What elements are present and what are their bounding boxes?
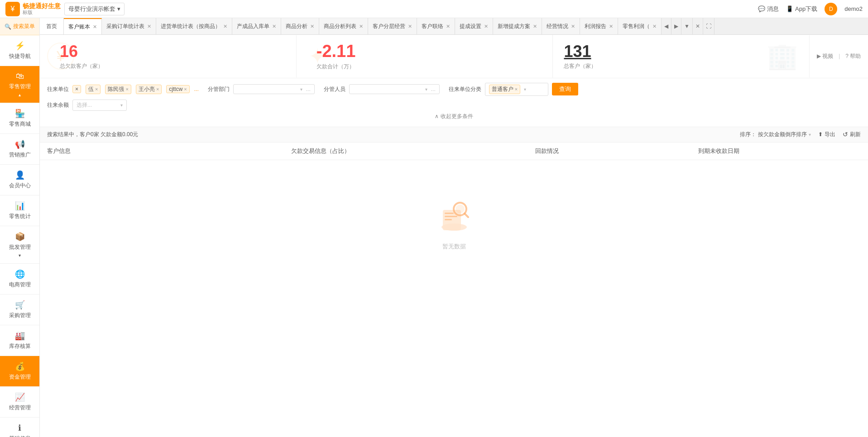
sidebar-item-retail-stats[interactable]: 📊 零售统计 [0,195,39,226]
empty-state: 暂无数据 [40,160,868,287]
main-content: 首页 客户账本 ✕ 采购订单统计表 ✕ 进货单统计表（按商品） ✕ 产成品入库单… [40,18,868,437]
filter-tag-cj: cjttcw × [166,85,189,93]
export-btn[interactable]: ⬆ 导出 [818,131,835,138]
export-icon: ⬆ [818,131,823,138]
sidebar-item-ecommerce[interactable]: 🌐 电商管理 [0,264,39,294]
tab-close-2[interactable]: ✕ [147,24,151,29]
capital-icon: 💰 [15,361,25,371]
tab-retail-profit[interactable]: 零售利润（ ✕ [618,18,662,34]
tab-menu-btn[interactable]: ▼ [681,18,693,34]
tab-operations[interactable]: 经营情况 ✕ [542,18,580,34]
tab-close-7[interactable]: ✕ [408,24,412,29]
tab-production-inbound[interactable]: 产成品入库单 ✕ [232,18,281,34]
remove-customer-type[interactable]: × [515,86,518,92]
sidebar-search[interactable]: 🔍 搜索菜单 [0,18,39,35]
person-select[interactable]: ▾ ... [349,84,440,94]
page-content: ¥ 16 总欠款客户（家） ✦ -2.11 欠款合计（万） 🏢 [40,35,868,437]
tab-goods-analysis[interactable]: 商品分析 ✕ [281,18,319,34]
data-table: 客户信息 欠款交易信息（占比） 回款情况 到期未收款日期 [40,142,868,341]
tab-raise-settings[interactable]: 提成设置 ✕ [455,18,493,34]
sidebar-item-inventory[interactable]: 🏭 库存核算 [0,325,39,356]
logo-text: 畅捷通好生意 标版 [23,2,61,16]
table-header: 客户信息 欠款交易信息（占比） 回款情况 到期未收款日期 [40,142,868,160]
chevron-down-icon: ▾ [117,5,120,12]
tab-next-btn[interactable]: ▶ [671,18,681,34]
tab-goods-analysis-list[interactable]: 商品分析列表 ✕ [319,18,368,34]
tab-prev-btn[interactable]: ◀ [662,18,671,34]
tab-home[interactable]: 首页 [40,18,64,34]
tab-purchase-order-stat[interactable]: 采购订单统计表 ✕ [102,18,156,34]
sidebar-item-retail-mgmt[interactable]: 🛍 零售管理 ▴ [0,66,39,103]
sidebar-item-quick-nav[interactable]: ⚡ 快捷导航 [0,35,39,66]
tab-close-customer-capital[interactable]: ✕ [93,24,97,30]
svg-line-7 [465,214,468,217]
tab-close-3[interactable]: ✕ [223,24,227,29]
tab-close-all-btn[interactable]: ✕ [693,18,703,34]
tab-new-raise-plan[interactable]: 新增提成方案 ✕ [493,18,542,34]
sidebar: 🔍 搜索菜单 ⚡ 快捷导航 🛍 零售管理 ▴ 🏪 零售商城 📢 营销推广 👤 会… [0,18,40,437]
remove-tag-chen[interactable]: × [125,86,128,92]
remove-tag-cj[interactable]: × [184,86,187,92]
stat-block-3: 🏢 131 总客户（家） [553,35,810,77]
expand-icon2: ▾ [19,253,21,258]
basic-info-icon: ℹ [18,423,21,433]
search-icon: 🔍 [5,24,11,30]
filter-area: 往来单位 × 伍 × 陈民强 × 王小亮 × [40,78,868,127]
help-icon: ? [845,53,849,59]
unit-type-select[interactable]: 普通客户 × ▾ [485,83,548,96]
tab-close-6[interactable]: ✕ [359,24,363,29]
tab-maximize-btn[interactable]: ⛶ [703,18,715,34]
remaining-select[interactable]: 选择... ▾ [72,100,127,111]
collapse-icon: ∧ [435,113,439,119]
tab-close-4[interactable]: ✕ [272,24,276,29]
sidebar-item-retail-mall[interactable]: 🏪 零售商城 [0,103,39,134]
refresh-icon: ↺ [843,131,848,138]
tab-inbound-stat[interactable]: 进货单统计表（按商品） ✕ [156,18,232,34]
remove-tag-wang[interactable]: × [156,86,159,92]
tab-close-9[interactable]: ✕ [484,24,488,29]
sidebar-item-basic-info[interactable]: ℹ 基础信息 [0,418,39,437]
sidebar-item-purchase[interactable]: 🛒 采购管理 [0,294,39,325]
result-bar-right: 排序： 按欠款金额倒序排序 ▾ ⬆ 导出 ↺ 刷新 [740,131,861,138]
top-bar-right: 💬 消息 📱 App下载 D demo2 [758,3,863,15]
sidebar-item-operations-mgmt[interactable]: 📈 经营管理 [0,387,39,418]
top-bar-left: ¥ 畅捷通好生意 标版 母婴行业演示帐套 ▾ [5,2,125,16]
help-btn[interactable]: ? 帮助 [845,52,861,60]
tab-close-5[interactable]: ✕ [310,24,314,29]
dept-select[interactable]: ▾ ... [233,84,315,94]
tab-close-8[interactable]: ✕ [446,24,450,29]
remaining-label: 往来余额 [47,101,69,109]
sidebar-item-marketing[interactable]: 📢 营销推广 [0,134,39,165]
tab-close-10[interactable]: ✕ [533,24,537,29]
marketing-icon: 📢 [15,139,25,149]
svg-rect-4 [445,219,452,220]
sidebar-item-capital[interactable]: 💰 资金管理 [0,356,39,387]
tab-customer-capital[interactable]: 客户账本 ✕ [64,18,102,34]
tab-close-13[interactable]: ✕ [652,24,657,29]
tab-profit-report[interactable]: 利润报告 ✕ [580,18,618,34]
avatar[interactable]: D [825,3,837,15]
message-btn[interactable]: 💬 消息 [758,5,779,13]
refresh-btn[interactable]: ↺ 刷新 [843,131,861,138]
stat-block-2: ✦ -2.11 欠款合计（万） [297,35,553,78]
sidebar-item-batch-mgmt[interactable]: 📦 批发管理 ▾ [0,226,39,264]
collapse-btn[interactable]: ∧ 收起更多条件 [435,113,473,120]
inventory-icon: 🏭 [15,331,25,341]
filter-more-btn[interactable]: ... [194,86,199,92]
tab-customer-segment[interactable]: 客户分层经营 ✕ [368,18,417,34]
tab-close-12[interactable]: ✕ [609,24,613,29]
video-btn[interactable]: ▶ 视频 [817,52,833,60]
stat-num-3: 131 [564,43,596,61]
tab-close-11[interactable]: ✕ [571,24,575,29]
ecommerce-icon: 🌐 [15,269,25,279]
sort-select[interactable]: 排序： 按欠款金额倒序排序 ▾ [740,131,811,138]
tab-customer-contact[interactable]: 客户联络 ✕ [417,18,455,34]
company-dropdown[interactable]: 母婴行业演示帐套 ▾ [64,3,125,15]
username: demo2 [844,5,863,12]
filter-tag-wang: 王小亮 × [136,85,162,94]
sidebar-item-member[interactable]: 👤 会员中心 [0,165,39,195]
query-button[interactable]: 查询 [552,83,578,95]
remove-tag-wu[interactable]: × [95,86,98,92]
empty-illustration [434,196,475,237]
app-download-btn[interactable]: 📱 App下载 [786,5,817,13]
